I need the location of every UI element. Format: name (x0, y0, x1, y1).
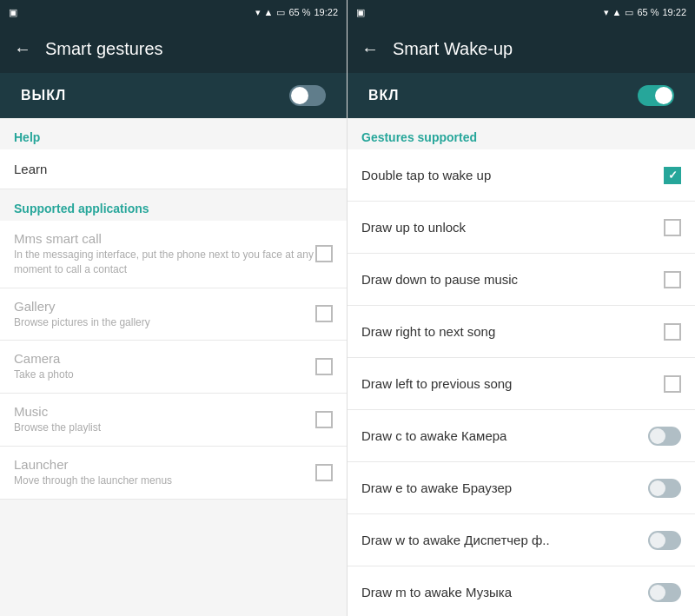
list-item-gallery-subtitle: Browse pictures in the gallery (14, 315, 315, 330)
list-item-launcher: Launcher Move through the launcher menus (0, 447, 347, 500)
list-item-draw-e: Draw e to awake Браузер (348, 462, 695, 514)
list-item-mms-checkbox[interactable] (315, 245, 333, 262)
list-item-launcher-title: Launcher (14, 457, 315, 472)
list-item-gallery-checkbox[interactable] (315, 305, 333, 322)
list-item-draw-right: Draw right to next song (348, 306, 695, 358)
left-page-title: Smart gestures (45, 39, 163, 59)
status-bar-right: ▾ ▲ ▭ 65 % 19:22 (255, 7, 339, 18)
list-item-draw-right-checkbox[interactable] (664, 323, 681, 341)
list-item-mms-text: Mms smart call In the messaging interfac… (14, 231, 315, 277)
list-item-draw-down-checkbox[interactable] (664, 271, 681, 288)
right-status-bar-right: ▾ ▲ ▭ 65 % 19:22 (604, 7, 687, 18)
right-header: ← Smart Wake-up (348, 24, 695, 73)
wifi-icon: ▾ (255, 7, 261, 18)
left-status-bar: ▣ ▾ ▲ ▭ 65 % 19:22 (0, 0, 347, 24)
left-learn-item[interactable]: Learn (0, 149, 347, 189)
list-item-gallery-text: Gallery Browse pictures in the gallery (14, 299, 315, 330)
right-battery-percent: 65 % (637, 7, 659, 17)
list-item-draw-left-title: Draw left to previous song (361, 376, 512, 391)
battery-percent: 65 % (288, 7, 310, 17)
list-item-draw-m-toggle[interactable] (648, 583, 681, 602)
list-item-music-checkbox[interactable] (315, 411, 333, 428)
list-item-draw-up-title: Draw up to unlock (361, 220, 466, 235)
list-item-draw-c: Draw c to awake Камера (348, 410, 695, 462)
battery-icon: ▭ (276, 7, 285, 18)
list-item-draw-w-toggle[interactable] (648, 531, 681, 550)
right-page-title: Smart Wake-up (393, 39, 513, 59)
list-item-mms-title: Mms smart call (14, 231, 315, 246)
left-section-apps-header: Supported applications (0, 189, 347, 221)
left-toggle-label: ВЫКЛ (21, 88, 66, 103)
list-item-draw-e-title: Draw e to awake Браузер (361, 480, 512, 495)
list-item-draw-up: Draw up to unlock (348, 202, 695, 254)
list-item-double-tap-checkbox[interactable] (664, 167, 681, 184)
left-section-help-header: Help (0, 118, 347, 149)
list-item-draw-left-checkbox[interactable] (664, 375, 681, 393)
list-item-draw-down-title: Draw down to pause music (361, 272, 518, 287)
list-item-launcher-subtitle: Move through the launcher menus (14, 474, 315, 488)
list-item-draw-down: Draw down to pause music (348, 254, 695, 306)
list-item-camera-subtitle: Take a photo (14, 368, 315, 382)
right-time: 19:22 (662, 7, 686, 17)
left-back-button[interactable]: ← (14, 39, 31, 59)
list-item-draw-c-title: Draw c to awake Камера (361, 428, 506, 443)
list-item-draw-w-title: Draw w to awake Диспетчер ф.. (361, 533, 550, 547)
right-section-gestures-header: Gestures supported (348, 118, 695, 149)
list-item-launcher-text: Launcher Move through the launcher menus (14, 457, 315, 488)
list-item-double-tap: Double tap to wake up (348, 149, 695, 202)
list-item-music: Music Browse the playlist (0, 394, 347, 447)
list-item-draw-m-title: Draw m to awake Музыка (361, 585, 512, 599)
list-item-draw-right-title: Draw right to next song (361, 324, 495, 339)
list-item-double-tap-title: Double tap to wake up (361, 168, 491, 182)
list-item-gallery-title: Gallery (14, 299, 315, 314)
list-item-draw-e-toggle[interactable] (648, 479, 681, 498)
time-left: 19:22 (314, 7, 338, 17)
list-item-draw-left: Draw left to previous song (348, 358, 695, 410)
list-item-music-subtitle: Browse the playlist (14, 421, 315, 435)
learn-label: Learn (14, 162, 47, 176)
list-item-draw-w: Draw w to awake Диспетчер ф.. (348, 514, 695, 566)
right-battery-icon: ▭ (625, 7, 633, 18)
signal-icon: ▲ (264, 7, 274, 17)
list-item-music-text: Music Browse the playlist (14, 404, 315, 435)
right-status-bar: ▣ ▾ ▲ ▭ 65 % 19:22 (348, 0, 695, 24)
list-item-mms-subtitle: In the messaging interface, put the phon… (14, 248, 315, 277)
list-item-camera-text: Camera Take a photo (14, 351, 315, 382)
list-item-draw-up-checkbox[interactable] (664, 219, 681, 236)
list-item-camera-checkbox[interactable] (315, 358, 333, 375)
list-item-launcher-checkbox[interactable] (315, 464, 333, 481)
left-panel: ▣ ▾ ▲ ▭ 65 % 19:22 ← Smart gestures ВЫКЛ… (0, 0, 348, 616)
status-bar-left-icons: ▣ (9, 7, 17, 18)
list-item-gallery: Gallery Browse pictures in the gallery (0, 288, 347, 341)
left-toggle-row: ВЫКЛ (0, 73, 347, 118)
right-toggle-row: ВКЛ (348, 73, 695, 118)
left-content: Help Learn Supported applications Mms sm… (0, 118, 347, 616)
right-toggle-label: ВКЛ (368, 88, 400, 103)
right-wifi-icon: ▾ (604, 7, 609, 18)
right-toggle-switch[interactable] (638, 85, 674, 106)
list-item-mms: Mms smart call In the messaging interfac… (0, 221, 347, 288)
right-signal-icon: ▲ (612, 7, 622, 17)
list-item-camera: Camera Take a photo (0, 341, 347, 394)
right-back-button[interactable]: ← (361, 39, 379, 59)
right-screen-icon: ▣ (356, 7, 365, 18)
left-toggle-switch[interactable] (289, 85, 326, 106)
list-item-draw-m: Draw m to awake Музыка (348, 566, 695, 616)
list-item-music-title: Music (14, 404, 315, 419)
list-item-draw-c-toggle[interactable] (648, 427, 681, 446)
right-status-bar-left: ▣ (356, 7, 365, 18)
right-content: Gestures supported Double tap to wake up… (348, 118, 695, 616)
right-panel: ▣ ▾ ▲ ▭ 65 % 19:22 ← Smart Wake-up ВКЛ G… (348, 0, 695, 616)
left-header: ← Smart gestures (0, 24, 347, 73)
list-item-camera-title: Camera (14, 351, 315, 366)
screen-icon: ▣ (9, 7, 17, 18)
